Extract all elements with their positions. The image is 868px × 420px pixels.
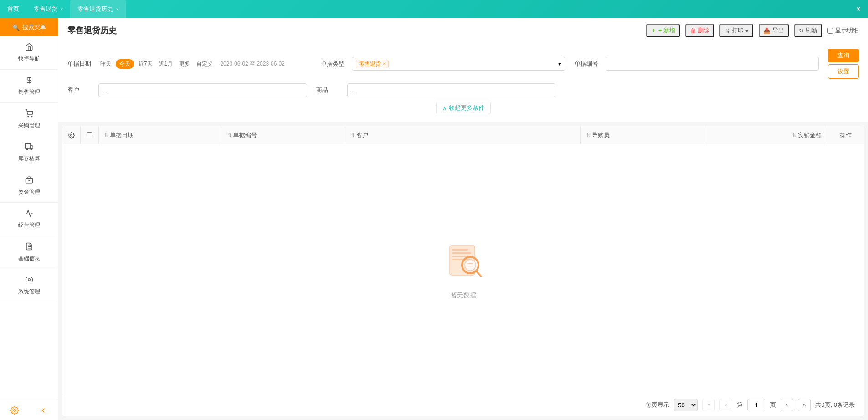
tab-retail-return-close[interactable]: ×	[60, 6, 63, 12]
tab-home[interactable]: 首页	[0, 0, 26, 18]
th-amount[interactable]: ⇅ 实销金额	[704, 126, 827, 144]
sidebar-item-operations-label: 经营管理	[18, 221, 40, 229]
th-checkbox[interactable]	[81, 126, 99, 144]
tab-retail-return[interactable]: 零售退货 ×	[26, 0, 70, 18]
th-bill-no[interactable]: ⇅ 单据编号	[222, 126, 346, 144]
svg-line-22	[476, 271, 481, 276]
sidebar-item-sys[interactable]: 系统管理	[0, 269, 58, 302]
date-shortcuts: 昨天 今天 近7天 近1月 更多 自定义	[98, 59, 215, 69]
sidebar-item-sales-label: 销售管理	[18, 88, 40, 96]
bill-type-tag: 零售退货 ×	[356, 60, 389, 68]
sidebar-item-finance[interactable]: 资金管理	[0, 169, 58, 203]
tab-home-label: 首页	[7, 5, 19, 13]
print-button[interactable]: 🖨 打印 ▾	[719, 24, 753, 37]
operations-icon	[25, 209, 33, 220]
customer-input[interactable]	[98, 83, 307, 97]
new-button[interactable]: ＋ + 新增	[646, 24, 680, 37]
select-all-checkbox[interactable]	[87, 132, 92, 138]
total-info: 共0页, 0条记录	[815, 401, 855, 409]
sidebar-item-quick-nav[interactable]: 快捷导航	[0, 36, 58, 70]
set-button[interactable]: 设置	[828, 64, 859, 79]
sidebar-item-sales[interactable]: 销售管理	[0, 70, 58, 103]
sidebar-settings-btn[interactable]	[0, 400, 29, 420]
last-month-btn[interactable]: 近1月	[157, 59, 175, 69]
sort-bill-no-icon: ⇅	[228, 133, 231, 138]
sort-amount-icon: ⇅	[792, 133, 796, 138]
goods-input[interactable]	[347, 83, 556, 97]
sidebar-item-purchase[interactable]: 采购管理	[0, 103, 58, 136]
window-close-button[interactable]: ×	[848, 5, 868, 14]
collapse-button[interactable]: ∧ 收起更多条件	[436, 102, 491, 114]
export-button[interactable]: 📤 导出	[759, 24, 789, 37]
content-area: 零售退货历史 ＋ + 新增 🗑 删除 🖨 打印 ▾ 📤 导出	[58, 18, 868, 420]
first-page-button[interactable]: «	[702, 399, 715, 411]
empty-state: 暂无数据	[62, 144, 864, 394]
per-page-select[interactable]: 50 10 20 100	[674, 399, 698, 411]
empty-illustration	[441, 239, 486, 284]
th-amount-label: 实销金额	[798, 131, 822, 139]
bill-type-tag-close[interactable]: ×	[383, 61, 385, 67]
customer-filter: 客户	[67, 83, 307, 97]
sidebar-item-finance-label: 资金管理	[18, 188, 40, 196]
prev-page-button[interactable]: ‹	[719, 399, 732, 411]
refresh-icon: ↻	[799, 27, 804, 34]
tab-retail-return-history[interactable]: 零售退货历史 ×	[70, 0, 126, 18]
yesterday-btn[interactable]: 昨天	[98, 59, 113, 69]
date-filter-label: 单据日期	[67, 60, 95, 68]
filter-row-1: 单据日期 昨天 今天 近7天 近1月 更多 自定义 2023-06-02 至 2…	[67, 49, 859, 79]
top-bar: 首页 零售退货 × 零售退货历史 × ×	[0, 0, 868, 18]
svg-rect-3	[25, 143, 30, 148]
new-icon: ＋	[651, 26, 657, 35]
collapse-up-icon: ∧	[442, 105, 447, 112]
bill-no-input[interactable]	[606, 57, 819, 71]
goods-label: 商品	[316, 86, 344, 94]
sidebar-item-base-info[interactable]: 基础信息	[0, 236, 58, 269]
delete-button[interactable]: 🗑 删除	[685, 24, 714, 37]
query-button[interactable]: 查询	[828, 49, 859, 62]
sidebar-item-inventory[interactable]: 库存核算	[0, 136, 58, 169]
sidebar-item-operations[interactable]: 经营管理	[0, 203, 58, 236]
sidebar-item-quick-nav-label: 快捷导航	[18, 55, 40, 63]
th-date[interactable]: ⇅ 单据日期	[99, 126, 222, 144]
page-input[interactable]	[747, 399, 765, 411]
th-customer-label: 客户	[356, 131, 368, 139]
inventory-icon	[25, 143, 33, 153]
svg-point-14	[71, 134, 72, 136]
tab-retail-return-history-close[interactable]: ×	[116, 6, 118, 12]
next-page-button[interactable]: ›	[781, 399, 793, 411]
empty-text: 暂无数据	[451, 292, 476, 300]
svg-point-13	[14, 409, 16, 411]
th-operation-label: 操作	[840, 131, 852, 139]
last7-btn[interactable]: 近7天	[137, 59, 154, 69]
th-customer[interactable]: ⇅ 客户	[345, 126, 580, 144]
new-label: + 新增	[658, 26, 675, 35]
date-range-display: 2023-06-02 至 2023-06-02	[220, 60, 284, 68]
search-icon: 🔍	[12, 24, 20, 31]
export-icon: 📤	[763, 27, 770, 34]
today-btn[interactable]: 今天	[116, 59, 134, 69]
sidebar-collapse-btn[interactable]	[29, 400, 58, 420]
th-settings[interactable]	[62, 126, 81, 144]
bill-type-select[interactable]: 零售退货 × ▾	[352, 57, 565, 71]
refresh-button[interactable]: ↻ 刷新	[794, 24, 822, 37]
more-btn[interactable]: 更多	[177, 59, 192, 69]
show-detail-checkbox[interactable]	[827, 28, 833, 34]
sidebar-search[interactable]: 🔍 搜索菜单	[0, 18, 58, 36]
bill-type-tag-text: 零售退货	[359, 60, 381, 68]
print-dropdown-icon: ▾	[745, 27, 749, 34]
svg-point-12	[28, 279, 30, 281]
svg-point-6	[31, 148, 32, 150]
sales-icon	[25, 76, 33, 87]
svg-rect-16	[452, 249, 468, 251]
delete-icon: 🗑	[690, 27, 696, 34]
print-icon: 🖨	[724, 27, 730, 34]
page-prefix-label: 第	[737, 401, 743, 409]
show-detail-toggle[interactable]: 显示明细	[827, 26, 859, 35]
table-area: ⇅ 单据日期 ⇅ 单据编号 ⇅ 客户 ⇅ 导购员 ⇅ 实销金额	[62, 126, 864, 416]
last-page-button[interactable]: »	[798, 399, 811, 411]
custom-btn[interactable]: 自定义	[195, 59, 215, 69]
show-detail-label: 显示明细	[835, 26, 859, 35]
th-guide[interactable]: ⇅ 导购员	[581, 126, 704, 144]
sidebar-item-inventory-label: 库存核算	[18, 155, 40, 163]
bill-type-label: 单据类型	[321, 60, 348, 68]
